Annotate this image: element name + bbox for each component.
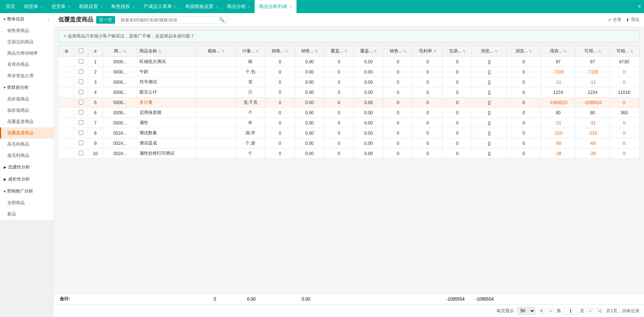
close-tab-goods-analysis-list[interactable]: × [290,4,292,9]
close-tab-perms[interactable]: × [100,4,102,9]
cell-check[interactable] [74,128,88,138]
cell-browse-cnt[interactable]: 0 [472,128,507,138]
row-checkbox[interactable] [79,69,83,74]
sidebar-section-marketing[interactable]: ▾ 营销推广分析 [0,185,54,197]
cell-check[interactable] [74,138,88,148]
sidebar-item-new-goods[interactable]: 新品 [0,209,54,220]
next-page-button[interactable]: > [587,308,593,314]
browse-cnt-link[interactable]: 0 [488,151,491,156]
row-checkbox[interactable] [79,130,83,135]
search-input[interactable] [121,17,219,23]
sidebar-section-circulation[interactable]: ▶ 流通性分析 [0,161,54,173]
col-header-avail-inv[interactable]: 可用... ⇅ [576,46,610,57]
col-header-cover-cnt[interactable]: 覆盖... ⇅ [324,46,354,57]
col-header-sellable[interactable]: 可销... ⇅ [610,46,639,57]
col-header-gross[interactable]: 毛利率 ⇅ [413,46,443,57]
cell-check[interactable] [74,87,88,98]
cell-browse-cnt[interactable]: 0 [472,77,507,87]
close-tab-goods-analysis[interactable]: × [248,4,250,9]
cell-browse-cnt[interactable]: 0 [472,108,507,118]
col-header-name[interactable]: 商品名称 ⇅ [137,46,196,57]
close-tab-roles[interactable]: × [132,4,134,9]
sidebar-item-low-value[interactable]: 低价值商品 [0,105,54,116]
cell-name[interactable]: 多计量 [137,98,196,108]
cell-name[interactable]: 启用保质期 [137,108,196,118]
nav-tab-roles[interactable]: 角色授权 × [107,0,139,13]
browse-cnt-link[interactable]: 0 [488,141,491,146]
browse-cnt-link[interactable]: 0 [488,59,491,64]
close-tab-sales[interactable]: × [40,4,43,9]
cell-name[interactable]: 测试提成 [137,138,196,148]
nav-tab-warehouse[interactable]: 产成品入库单 × [139,0,181,13]
sidebar-item-low-coverage[interactable]: 低覆盖度商品 [0,127,54,139]
sidebar-item-all-goods[interactable]: 全部商品 [0,197,54,209]
cell-name[interactable]: 符号测试 [137,77,196,87]
row-checkbox[interactable] [79,59,83,64]
row-checkbox[interactable] [79,90,83,94]
sidebar-item-low-profit[interactable]: 低毛利商品 [0,150,54,161]
col-header-settings[interactable]: ⚙ [59,46,74,57]
sidebar-section-growth[interactable]: ▶ 成长性分析 [0,173,54,185]
share-button[interactable]: ↗ 分享 [608,17,621,23]
sidebar-item-stocked-goods[interactable]: 有库存商品 [0,59,54,70]
cell-name[interactable]: 眼宝公仔 [137,87,196,98]
col-header-sales-amt[interactable]: 销售... ⇅ [295,46,324,57]
sidebar-item-high-coverage[interactable]: 高覆盖度商品 [0,116,54,127]
cell-check[interactable] [74,118,88,128]
close-tab-purchase[interactable]: × [68,4,70,9]
nav-tab-template[interactable]: 单据模板设置 × [181,0,222,13]
first-page-button[interactable]: K [538,308,545,314]
sidebar-collapse-icon[interactable]: « [48,17,50,21]
browse-cnt-link[interactable]: 0 [488,80,491,85]
browse-cnt-link[interactable]: 0 [488,120,491,126]
col-header-browse-cnt[interactable]: 浏览... ⇅ [472,46,507,57]
row-checkbox[interactable] [79,140,83,145]
col-header-check[interactable] [74,46,88,57]
cell-name[interactable]: 属性 [137,118,196,128]
row-checkbox[interactable] [79,120,83,125]
sidebar-item-high-value[interactable]: 高价值商品 [0,94,54,105]
browse-cnt-link[interactable]: 0 [488,90,491,95]
cell-browse-cnt[interactable]: 0 [472,98,507,108]
col-header-trans[interactable]: 交易... ⇅ [443,46,472,57]
col-header-browse-rate[interactable]: 浏览... ⇅ [506,46,541,57]
cell-check[interactable] [74,57,88,67]
browse-cnt-link[interactable]: 0 [488,100,491,105]
col-header-unit[interactable]: 计量... ⇅ [236,46,265,57]
browse-cnt-link[interactable]: 0 [488,70,491,75]
nav-tab-home[interactable]: 首页 [1,0,20,13]
sidebar-item-sales-goods[interactable]: 销售类商品 [0,25,54,36]
cell-browse-cnt[interactable]: 0 [472,87,507,98]
cell-browse-cnt[interactable]: 0 [472,118,507,128]
sidebar-item-traded-goods[interactable]: 交易过的商品 [0,36,54,48]
cell-check[interactable] [74,77,88,87]
col-header-code[interactable]: 商... ⇅ [103,46,137,57]
col-header-cover-rate[interactable]: 覆盖... ⇅ [354,46,383,57]
prev-page-button[interactable]: < [548,308,554,314]
last-page-button[interactable]: >| [596,308,603,314]
row-checkbox[interactable] [79,151,83,155]
per-page-select[interactable]: 50 10 20 100 [517,307,535,315]
col-header-now-inv[interactable]: 现有... ⇅ [541,46,576,57]
sidebar-item-high-profit[interactable]: 高毛利商品 [0,139,54,150]
cell-check[interactable] [74,98,88,108]
col-header-sales-days[interactable]: 销售... ⇅ [383,46,413,57]
cell-check[interactable] [74,108,88,118]
col-header-sales-cnt[interactable]: 销售... ⇅ [265,46,295,57]
close-all-tabs[interactable]: × [638,3,641,10]
cell-name[interactable]: 牛奶 [137,67,196,77]
nav-tab-purchase[interactable]: 进货单 × [47,0,74,13]
cell-browse-cnt[interactable]: 0 [472,67,507,77]
nav-tab-perms[interactable]: 权限设置 × [75,0,107,13]
cell-browse-cnt[interactable]: 0 [472,148,507,159]
nav-tab-goods-analysis[interactable]: 商品分析 × [223,0,255,13]
row-checkbox[interactable] [79,110,83,115]
page-input[interactable] [564,307,577,314]
row-checkbox[interactable] [79,79,83,84]
cell-name[interactable]: 旺铺批次测试 [137,57,196,67]
nav-tab-goods-analysis-list[interactable]: 商品分析列表 × [255,0,296,13]
close-tab-template[interactable]: × [216,4,218,9]
cell-check[interactable] [74,148,88,159]
sidebar-item-stock-capital[interactable]: 库存资金占用 [0,70,54,82]
cell-name[interactable]: 属性价格打印测试 [137,148,196,159]
